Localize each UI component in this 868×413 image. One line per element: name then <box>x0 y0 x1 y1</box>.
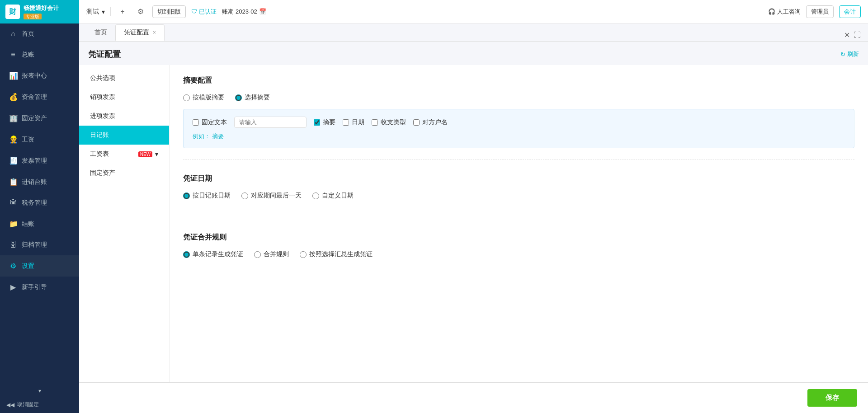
left-nav-fixed-assets[interactable]: 固定资产 <box>79 164 169 183</box>
payroll-expand-icon: ▾ <box>155 150 158 158</box>
radio-custom-date-label[interactable]: 自定义日期 <box>312 192 354 200</box>
invoice-icon: 🧾 <box>9 156 17 165</box>
app-logo-icon: 财 <box>5 5 20 19</box>
radio-template-label[interactable]: 按模版摘要 <box>183 94 224 102</box>
fixed-text-input[interactable] <box>234 117 307 128</box>
sidebar-reports-label: 报表中心 <box>22 72 47 80</box>
left-nav-public[interactable]: 公共选项 <box>79 69 169 88</box>
tab-voucher-config[interactable]: 凭证配置 × <box>115 24 165 41</box>
radio-template-input[interactable] <box>183 94 190 101</box>
accounting-period: 账期 2023-02 📅 <box>222 8 266 16</box>
sidebar-item-close[interactable]: 📁 结账 <box>0 213 79 235</box>
left-nav-journal[interactable]: 日记账 <box>79 126 169 145</box>
payment-type-checkbox-label[interactable]: 收支类型 <box>372 118 406 127</box>
radio-period-last-label[interactable]: 对应期间最后一天 <box>241 192 302 200</box>
user-btn[interactable]: 管理员 <box>806 5 834 18</box>
sidebar-item-tax[interactable]: 🏛 税务管理 <box>0 192 79 213</box>
radio-summary-gen-input[interactable] <box>300 251 307 258</box>
page-title: 凭证配置 <box>88 49 121 60</box>
guide-icon: ▶ <box>9 283 17 291</box>
fixed-text-checkbox-label[interactable]: 固定文本 <box>193 118 227 127</box>
sidebar-tax-label: 税务管理 <box>22 199 47 207</box>
radio-single-input[interactable] <box>183 251 190 258</box>
fixed-text-label: 固定文本 <box>202 118 227 127</box>
consult-text: 人工咨询 <box>777 8 801 16</box>
accountant-btn[interactable]: 会计 <box>839 5 861 18</box>
close-period-icon: 📁 <box>9 220 17 228</box>
radio-merge-label[interactable]: 合并规则 <box>254 250 289 258</box>
radio-custom-date-input[interactable] <box>312 192 319 199</box>
radio-custom-date-text: 自定义日期 <box>322 192 354 200</box>
app-logo-sub: 专业版 <box>24 12 59 20</box>
radio-merge-input[interactable] <box>254 251 261 258</box>
refresh-btn[interactable]: ↻ 刷新 <box>840 50 859 58</box>
radio-select-input[interactable] <box>235 94 242 101</box>
sidebar-item-trading[interactable]: 📋 进销台账 <box>0 171 79 192</box>
consult-btn[interactable]: 🎧 人工咨询 <box>768 8 801 16</box>
app-logo-text-container: 畅捷通好会计 专业版 <box>24 4 59 20</box>
payment-type-checkbox[interactable] <box>372 119 378 126</box>
company-selector[interactable]: 测试 ▾ <box>86 8 105 16</box>
tab-home[interactable]: 首页 <box>86 25 115 41</box>
sidebar-item-archive[interactable]: 🗄 归档管理 <box>0 235 79 255</box>
radio-summary-gen-label[interactable]: 按照选择汇总生成凭证 <box>300 250 373 258</box>
payroll-badge: NEW <box>138 151 152 157</box>
counterpart-checkbox-label[interactable]: 对方户名 <box>413 118 448 127</box>
sidebar-item-payroll[interactable]: 👷 工资 <box>0 129 79 150</box>
sidebar-nav: ⌂ 首页 ≡ 总账 📊 报表中心 💰 资金管理 🏢 固定资产 👷 工资 🧾 发票… <box>0 23 79 386</box>
save-btn[interactable]: 保存 <box>807 389 857 407</box>
period-value: 2023-02 <box>236 8 257 15</box>
page-footer: 保存 <box>79 382 868 413</box>
refresh-icon: ↻ <box>840 51 845 58</box>
sidebar-item-funds[interactable]: 💰 资金管理 <box>0 86 79 108</box>
add-icon: + <box>120 8 124 16</box>
summary-config-row: 固定文本 摘要 日期 <box>193 117 845 128</box>
radio-single-label[interactable]: 单条记录生成凭证 <box>183 250 243 258</box>
tab-close-icon[interactable]: × <box>153 29 156 36</box>
switch-old-version-btn[interactable]: 切到旧版 <box>152 5 186 18</box>
counterpart-checkbox[interactable] <box>413 119 420 126</box>
certified-text: 已认证 <box>199 8 217 16</box>
left-nav-sales[interactable]: 销项发票 <box>79 88 169 107</box>
calendar-icon: 📅 <box>259 8 266 15</box>
shield-icon: 🛡 <box>191 8 197 15</box>
gear-icon: ⚙ <box>137 7 144 16</box>
left-nav-payroll[interactable]: 工资表 NEW ▾ <box>79 145 169 164</box>
radio-template-text: 按模版摘要 <box>193 94 224 102</box>
summary-checkbox[interactable] <box>314 119 320 126</box>
topbar-settings-btn[interactable]: ⚙ <box>134 5 147 18</box>
left-nav-purchase[interactable]: 进项发票 <box>79 107 169 126</box>
tab-expand-btn[interactable]: ⛶ <box>854 31 861 39</box>
right-config: 摘要配置 按模版摘要 选择摘要 <box>170 65 868 382</box>
sidebar-pin-btn[interactable]: ◀◀ 取消固定 <box>0 396 79 413</box>
radio-period-last-text: 对应期间最后一天 <box>251 192 302 200</box>
summary-checkbox-label[interactable]: 摘要 <box>314 118 335 127</box>
sidebar-item-assets[interactable]: 🏢 固定资产 <box>0 108 79 129</box>
summary-checkbox-text: 摘要 <box>323 118 335 127</box>
left-nav-journal-label: 日记账 <box>90 131 109 139</box>
sidebar-funds-label: 资金管理 <box>22 93 47 101</box>
sidebar-scroll-down[interactable]: ▾ <box>0 386 79 396</box>
radio-journal-date-label[interactable]: 按日记账日期 <box>183 192 231 200</box>
sidebar-item-settings[interactable]: ⚙ 设置 <box>0 255 79 277</box>
radio-summary-gen-text: 按照选择汇总生成凭证 <box>309 250 373 258</box>
sidebar-item-guide[interactable]: ▶ 新手引导 <box>0 277 79 298</box>
company-name: 测试 <box>86 8 99 16</box>
sidebar-item-ledger[interactable]: ≡ 总账 <box>0 44 79 65</box>
content-area: 公共选项 销项发票 进项发票 日记账 工资表 NEW ▾ <box>79 65 868 382</box>
tab-close-btn[interactable]: ✕ <box>844 31 850 39</box>
radio-merge-text: 合并规则 <box>264 250 289 258</box>
sidebar-item-invoice[interactable]: 🧾 发票管理 <box>0 150 79 171</box>
radio-period-last-input[interactable] <box>241 192 248 199</box>
date-checkbox[interactable] <box>343 119 349 126</box>
add-company-btn[interactable]: + <box>116 5 129 18</box>
radio-select-label[interactable]: 选择摘要 <box>235 94 270 102</box>
date-checkbox-label[interactable]: 日期 <box>343 118 364 127</box>
sidebar-item-reports[interactable]: 📊 报表中心 <box>0 65 79 86</box>
fixed-text-checkbox[interactable] <box>193 119 199 126</box>
radio-journal-date-input[interactable] <box>183 192 190 199</box>
sidebar-ledger-label: 总账 <box>22 51 34 59</box>
counterpart-text: 对方户名 <box>422 118 448 127</box>
sidebar-archive-label: 归档管理 <box>22 241 47 249</box>
sidebar-item-home[interactable]: ⌂ 首页 <box>0 23 79 44</box>
